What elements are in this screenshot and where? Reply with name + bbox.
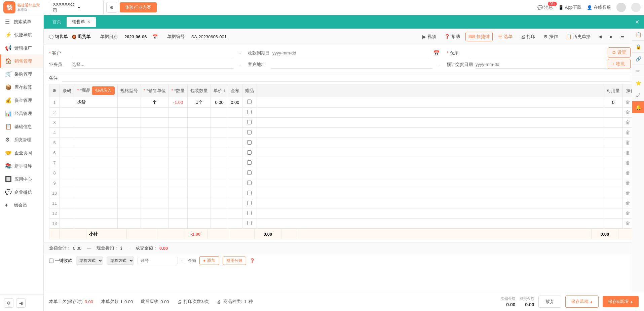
- barcode-input-7[interactable]: [63, 170, 71, 176]
- barcode-input-6[interactable]: [63, 160, 71, 165]
- save-draft-button[interactable]: 保存草稿 ▲: [565, 296, 599, 308]
- one-click-payment-checkbox[interactable]: [49, 259, 53, 263]
- right-btn-6[interactable]: 🖊: [632, 89, 644, 101]
- cell-gift-0[interactable]: [242, 97, 257, 108]
- delete-icon-1[interactable]: 🗑: [626, 110, 630, 115]
- goods-input-11[interactable]: [77, 211, 114, 216]
- cell-spec-0[interactable]: [117, 97, 141, 108]
- cell-barcode-11[interactable]: [60, 208, 74, 219]
- cell-spec-10[interactable]: [117, 198, 141, 208]
- goods-input-5[interactable]: [77, 150, 114, 155]
- cell-spec-7[interactable]: [117, 168, 141, 178]
- delete-icon-9[interactable]: 🗑: [626, 190, 630, 196]
- cell-goods-12[interactable]: [74, 219, 117, 229]
- cell-goods-1[interactable]: [74, 108, 117, 118]
- one-click-payment-label[interactable]: 一键收款: [49, 258, 72, 264]
- tab-sales-order[interactable]: 销售单 ✕: [67, 17, 96, 27]
- cell-barcode-12[interactable]: [60, 219, 74, 229]
- gift-checkbox-11[interactable]: [247, 211, 252, 215]
- delete-icon-3[interactable]: 🗑: [626, 130, 630, 135]
- salesperson-dots[interactable]: ···: [237, 62, 241, 67]
- tab-home[interactable]: 首页: [47, 17, 67, 27]
- gift-checkbox-7[interactable]: [247, 170, 252, 175]
- goods-input-12[interactable]: [77, 221, 114, 226]
- gift-checkbox-9[interactable]: [247, 191, 252, 195]
- cell-gift-12[interactable]: [242, 219, 257, 229]
- cell-barcode-6[interactable]: [60, 158, 74, 168]
- cell-gift-7[interactable]: [242, 168, 257, 178]
- gift-checkbox-1[interactable]: [247, 110, 252, 114]
- delete-icon-4[interactable]: 🗑: [626, 140, 630, 146]
- barcode-input-11[interactable]: [63, 211, 71, 216]
- right-btn-2[interactable]: 🔒: [632, 41, 644, 53]
- right-btn-1[interactable]: 📋: [632, 29, 644, 41]
- barcode-input-8[interactable]: [63, 181, 71, 186]
- delete-icon-10[interactable]: 🗑: [626, 200, 630, 206]
- goods-input-6[interactable]: [77, 160, 114, 165]
- cell-gift-3[interactable]: [242, 128, 257, 138]
- due-date-input[interactable]: [272, 49, 429, 57]
- cell-qty-3[interactable]: [168, 128, 188, 138]
- radio-return[interactable]: 退货单: [72, 34, 91, 40]
- cell-goods-2[interactable]: [74, 118, 117, 128]
- company-selector[interactable]: XXXXXX公司 ▼: [50, 0, 104, 15]
- radio-sales[interactable]: 销售单: [49, 34, 68, 40]
- nav-next-btn[interactable]: ▶: [607, 33, 615, 40]
- cell-goods-4[interactable]: [74, 138, 117, 148]
- cell-spec-12[interactable]: [117, 219, 141, 229]
- cell-goods-7[interactable]: [74, 168, 117, 178]
- sidebar-item-enterprise[interactable]: 🤝 企业协同: [0, 146, 43, 159]
- sidebar-item-wechat[interactable]: 💬 企业微信: [0, 186, 43, 199]
- cell-qty-2[interactable]: [168, 118, 188, 128]
- nav-prev-btn[interactable]: ◀: [596, 33, 604, 40]
- spec-input-5[interactable]: [120, 150, 138, 155]
- cell-goods-9[interactable]: [74, 188, 117, 198]
- sidebar-item-members[interactable]: ♦ 畅会员: [0, 199, 43, 211]
- cell-barcode-1[interactable]: [60, 108, 74, 118]
- cell-barcode-4[interactable]: [60, 138, 74, 148]
- delivery-input[interactable]: [476, 61, 628, 69]
- cell-qty-6[interactable]: [168, 158, 188, 168]
- spec-input-6[interactable]: [120, 160, 138, 165]
- spec-input-10[interactable]: [120, 201, 138, 206]
- delete-icon-2[interactable]: 🗑: [626, 120, 630, 125]
- sidebar-item-inventory[interactable]: 📦 库存核算: [0, 81, 43, 94]
- cell-gift-1[interactable]: [242, 108, 257, 118]
- cell-qty-11[interactable]: [168, 208, 188, 219]
- radio-return-input[interactable]: [72, 35, 76, 39]
- gift-checkbox-0[interactable]: [247, 100, 252, 104]
- sidebar-item-guide[interactable]: 📚 新手引导: [0, 159, 43, 172]
- barcode-input-3[interactable]: [63, 130, 71, 135]
- expense-split-button[interactable]: 费用分摊: [223, 257, 246, 265]
- sidebar-item-finance[interactable]: 💰 资金管理: [0, 94, 43, 107]
- barcode-input-5[interactable]: [63, 150, 71, 155]
- spec-input-2[interactable]: [120, 120, 138, 125]
- goods-input-9[interactable]: [77, 191, 114, 196]
- warehouse-input[interactable]: 建材仓: [469, 49, 631, 57]
- cell-spec-9[interactable]: [117, 188, 141, 198]
- cell-qty-10[interactable]: [168, 198, 188, 208]
- cell-spec-1[interactable]: [117, 108, 141, 118]
- cell-qty-12[interactable]: [168, 219, 188, 229]
- price-info-icon[interactable]: ℹ: [224, 89, 225, 93]
- payment-account-select[interactable]: 结算方式: [107, 257, 134, 265]
- avatar[interactable]: [616, 3, 626, 12]
- cell-qty-7[interactable]: [168, 168, 188, 178]
- remarks-input[interactable]: [62, 75, 639, 82]
- address-input[interactable]: [271, 61, 432, 69]
- cell-goods-8[interactable]: [74, 178, 117, 188]
- delete-icon-5[interactable]: 🗑: [626, 150, 630, 156]
- cell-qty-9[interactable]: [168, 188, 188, 198]
- goods-input-7[interactable]: [77, 170, 114, 176]
- sidebar-item-marketing[interactable]: 📢 营销推广: [0, 41, 43, 54]
- sidebar-settings-btn[interactable]: ⚙: [4, 298, 13, 308]
- goods-input-1[interactable]: [77, 110, 114, 115]
- sidebar-item-quick-nav[interactable]: ⚡ 快捷导航: [0, 28, 43, 41]
- cell-spec-8[interactable]: [117, 178, 141, 188]
- help-btn[interactable]: ❓ 帮助: [442, 32, 463, 41]
- tab-close-icon[interactable]: ✕: [87, 20, 90, 24]
- save-new-button[interactable]: 保存&新增 ▲: [603, 296, 639, 307]
- customer-dots[interactable]: ···: [237, 51, 241, 56]
- flow-btn[interactable]: + 物流: [608, 59, 631, 69]
- gift-checkbox-4[interactable]: [247, 140, 252, 145]
